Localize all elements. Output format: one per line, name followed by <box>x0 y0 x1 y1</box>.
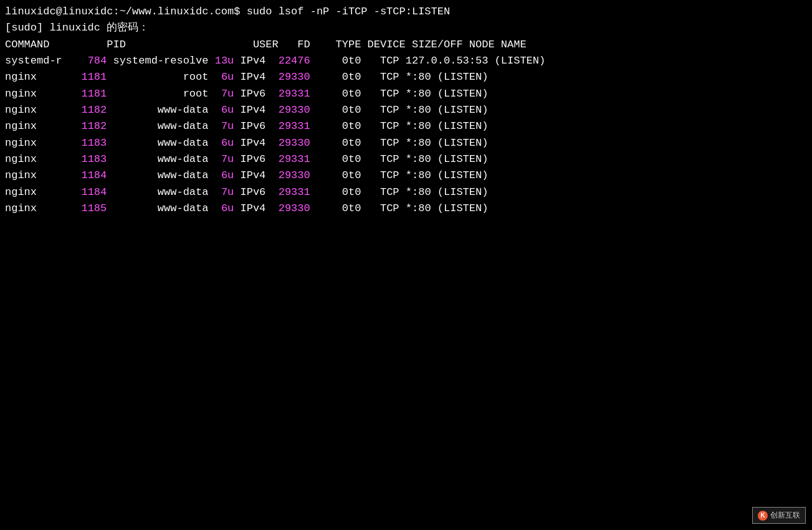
watermark: K 创新互联 <box>752 507 806 524</box>
table-body: systemd-r 784 systemd-resolve 13u IPv4 2… <box>5 53 807 217</box>
row-size-off: 0t0 <box>310 120 361 132</box>
row-pid: 1184 <box>69 169 107 181</box>
row-command: nginx <box>5 153 69 165</box>
table-row: nginx 1183 www-data 6u IPv4 29330 0t0 TC… <box>5 135 807 151</box>
header-device: DEVICE <box>368 39 406 50</box>
row-pid: 1181 <box>69 71 107 83</box>
header-size-off: SIZE/OFF <box>412 39 463 50</box>
row-user: www-data <box>107 137 208 149</box>
row-fd: 7u <box>208 120 234 132</box>
row-fd: 6u <box>208 71 234 83</box>
row-type: IPv6 <box>234 88 265 100</box>
row-name: *:80 (LISTEN) <box>399 120 489 132</box>
row-size-off: 0t0 <box>310 186 361 198</box>
row-type: IPv6 <box>234 120 265 132</box>
table-row: nginx 1184 www-data 7u IPv6 29331 0t0 TC… <box>5 184 807 201</box>
row-size-off: 0t0 <box>310 71 361 83</box>
row-name: *:80 (LISTEN) <box>399 71 489 83</box>
row-pid: 784 <box>69 55 107 67</box>
header-type: TYPE <box>336 39 361 50</box>
row-size-off: 0t0 <box>310 169 361 181</box>
sudo-line: [sudo] linuxidc 的密码： <box>5 20 807 36</box>
watermark-text: 创新互联 <box>770 510 800 521</box>
row-user: www-data <box>107 153 208 165</box>
row-type: IPv4 <box>234 202 265 214</box>
row-fd: 7u <box>208 88 234 100</box>
row-node: TCP <box>361 88 399 100</box>
row-user: www-data <box>107 202 208 214</box>
row-type: IPv6 <box>234 186 265 198</box>
header-command: COMMAND <box>5 39 49 50</box>
row-device: 29330 <box>265 169 310 181</box>
table-row: nginx 1183 www-data 7u IPv6 29331 0t0 TC… <box>5 151 807 168</box>
row-user: www-data <box>107 169 208 181</box>
row-name: *:80 (LISTEN) <box>399 137 489 149</box>
row-name: *:80 (LISTEN) <box>399 169 489 181</box>
row-size-off: 0t0 <box>310 202 361 214</box>
row-user: systemd-resolve <box>107 55 208 67</box>
header-name: NAME <box>501 39 527 50</box>
row-node: TCP <box>361 169 399 181</box>
row-fd: 6u <box>208 202 234 214</box>
row-node: TCP <box>361 120 399 132</box>
row-command: nginx <box>5 120 69 132</box>
row-device: 29330 <box>265 202 310 214</box>
row-command: nginx <box>5 202 69 214</box>
row-node: TCP <box>361 186 399 198</box>
row-pid: 1181 <box>69 88 107 100</box>
header-user: USER <box>253 39 279 50</box>
row-node: TCP <box>361 137 399 149</box>
row-pid: 1183 <box>69 153 107 165</box>
row-name: 127.0.0.53:53 (LISTEN) <box>399 55 546 67</box>
row-command: nginx <box>5 169 69 181</box>
row-command: nginx <box>5 104 69 116</box>
prompt-text: linuxidc@linuxidc:~/www.linuxidc.com$ su… <box>5 6 450 17</box>
terminal: linuxidc@linuxidc:~/www.linuxidc.com$ su… <box>0 0 812 220</box>
row-fd: 7u <box>208 186 234 198</box>
row-user: root <box>107 88 208 100</box>
sudo-text: [sudo] linuxidc 的密码： <box>5 22 149 34</box>
row-device: 29331 <box>265 88 310 100</box>
table-row: nginx 1184 www-data 6u IPv4 29330 0t0 TC… <box>5 168 807 184</box>
row-node: TCP <box>361 153 399 165</box>
row-command: nginx <box>5 88 69 100</box>
row-size-off: 0t0 <box>310 88 361 100</box>
row-device: 29331 <box>265 153 310 165</box>
row-name: *:80 (LISTEN) <box>399 153 489 165</box>
row-name: *:80 (LISTEN) <box>399 104 489 116</box>
row-size-off: 0t0 <box>310 137 361 149</box>
row-fd: 6u <box>208 169 234 181</box>
prompt-line: linuxidc@linuxidc:~/www.linuxidc.com$ su… <box>5 4 807 20</box>
table-row: nginx 1182 www-data 7u IPv6 29331 0t0 TC… <box>5 118 807 135</box>
table-header: COMMAND PID USER FD TYPE DEVICE SIZE/OFF… <box>5 37 807 53</box>
row-pid: 1182 <box>69 120 107 132</box>
row-node: TCP <box>361 55 399 67</box>
table-row: nginx 1181 root 6u IPv4 29330 0t0 TCP *:… <box>5 69 807 85</box>
row-fd: 13u <box>208 55 234 67</box>
row-command: nginx <box>5 137 69 149</box>
row-type: IPv4 <box>234 71 265 83</box>
row-node: TCP <box>361 71 399 83</box>
row-node: TCP <box>361 202 399 214</box>
row-device: 22476 <box>265 55 310 67</box>
table-row: nginx 1185 www-data 6u IPv4 29330 0t0 TC… <box>5 201 807 217</box>
row-size-off: 0t0 <box>310 104 361 116</box>
row-pid: 1183 <box>69 137 107 149</box>
row-user: www-data <box>107 120 208 132</box>
table-row: nginx 1182 www-data 6u IPv4 29330 0t0 TC… <box>5 102 807 118</box>
row-device: 29331 <box>265 120 310 132</box>
row-size-off: 0t0 <box>310 153 361 165</box>
row-node: TCP <box>361 104 399 116</box>
row-size-off: 0t0 <box>310 55 361 67</box>
row-command: nginx <box>5 186 69 198</box>
watermark-icon: K <box>758 511 768 521</box>
header-fd: FD <box>297 39 310 50</box>
row-pid: 1185 <box>69 202 107 214</box>
row-user: www-data <box>107 104 208 116</box>
row-type: IPv4 <box>234 104 265 116</box>
row-user: root <box>107 71 208 83</box>
table-row: systemd-r 784 systemd-resolve 13u IPv4 2… <box>5 53 807 69</box>
row-command: nginx <box>5 71 69 83</box>
row-fd: 6u <box>208 104 234 116</box>
row-device: 29330 <box>265 137 310 149</box>
